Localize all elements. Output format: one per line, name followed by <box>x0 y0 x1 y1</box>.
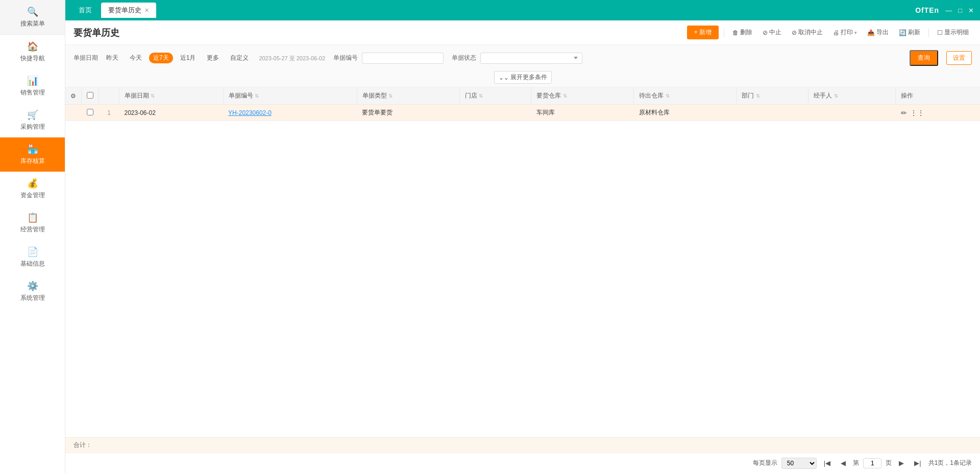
prev-page-button[interactable]: ◀ <box>838 458 849 468</box>
data-table: ⚙ 单据日期 ⇅ 单据编号 ⇅ <box>65 87 980 121</box>
sidebar-item-inventory[interactable]: 🏪 库存核算 <box>0 137 65 172</box>
col-pending-warehouse[interactable]: 待出仓库 ⇅ <box>634 87 737 105</box>
sort-handler-icon: ⇅ <box>834 93 838 99</box>
cell-req-warehouse: 车间库 <box>531 105 634 121</box>
col-num <box>99 87 119 105</box>
footer-total-label: 合计： <box>74 441 92 450</box>
refresh-icon: 🔄 <box>899 29 906 36</box>
sidebar-item-search[interactable]: 🔍 搜索菜单 <box>0 0 65 35</box>
tab-home-label: 首页 <box>79 6 92 15</box>
cancel-stop-button[interactable]: ⊘ 取消中止 <box>789 26 826 39</box>
cell-bill-no[interactable]: YH-20230602-0 <box>223 105 357 121</box>
cell-store <box>459 105 531 121</box>
tab-close-icon[interactable]: ✕ <box>144 7 149 14</box>
sidebar-item-quick-nav[interactable]: 🏠 快捷导航 <box>0 35 65 69</box>
sidebar-item-label: 基础信息 <box>20 259 45 268</box>
sidebar-item-sales[interactable]: 📊 销售管理 <box>0 69 65 103</box>
cell-num: 1 <box>99 105 119 121</box>
edit-icon[interactable]: ✏ <box>901 109 907 117</box>
sidebar-item-finance[interactable]: 💰 资金管理 <box>0 172 65 206</box>
brand-text: OfTEn <box>915 6 939 14</box>
finance-icon: 💰 <box>27 178 38 189</box>
tab-history-label: 要货单历史 <box>108 6 141 15</box>
inventory-icon: 🏪 <box>27 144 38 155</box>
sidebar-item-basic[interactable]: 📄 基础信息 <box>0 240 65 274</box>
table-body: 1 2023-06-02 YH-20230602-0 要货单要货 车间库 原材料… <box>65 105 980 121</box>
date-btn-yesterday[interactable]: 昨天 <box>102 53 122 63</box>
filter-billno-group: 单据编号 <box>333 53 444 64</box>
topbar: 首页 要货单历史 ✕ OfTEn — □ ✕ <box>65 0 980 20</box>
divider-2 <box>928 29 929 37</box>
table-footer: 合计： <box>65 437 980 453</box>
topbar-right: OfTEn — □ ✕ <box>915 6 974 14</box>
page-header: 要货单历史 + 新增 🗑 删除 ⊘ 中止 ⊘ 取消中止 🖨 打 <box>65 20 980 45</box>
col-settings[interactable]: ⚙ <box>65 87 82 105</box>
page-number-input[interactable] <box>863 458 881 468</box>
tab-history[interactable]: 要货单历史 ✕ <box>101 3 156 18</box>
sort-billtype-icon: ⇅ <box>388 93 393 99</box>
col-bill-type[interactable]: 单据类型 ⇅ <box>357 87 459 105</box>
sidebar-item-label: 经营管理 <box>20 225 45 234</box>
settings-button[interactable]: 设置 <box>946 51 972 65</box>
expand-filter-button[interactable]: ⌄⌄ 展开更多条件 <box>494 71 552 84</box>
delete-button[interactable]: 🗑 删除 <box>729 26 755 39</box>
col-date[interactable]: 单据日期 ⇅ <box>119 87 224 105</box>
cell-action: ✏ ⋮⋮ <box>896 105 980 121</box>
date-btn-today[interactable]: 今天 <box>126 53 146 63</box>
export-icon: 📤 <box>867 29 875 36</box>
toolbar: + 新增 🗑 删除 ⊘ 中止 ⊘ 取消中止 🖨 打印 ▾ <box>687 26 972 39</box>
cell-settings <box>65 105 82 121</box>
first-page-button[interactable]: |◀ <box>821 458 834 468</box>
sort-billno-icon: ⇅ <box>255 93 259 99</box>
next-page-button[interactable]: ▶ <box>896 458 907 468</box>
status-select[interactable] <box>480 53 582 64</box>
page-label: 第 <box>853 459 859 467</box>
select-all-checkbox[interactable] <box>87 92 93 99</box>
date-btn-custom[interactable]: 自定义 <box>226 53 253 63</box>
date-btn-1month[interactable]: 近1月 <box>176 53 200 63</box>
cell-handler <box>808 105 896 121</box>
sidebar-item-operations[interactable]: 📋 经营管理 <box>0 206 65 240</box>
cell-bill-type: 要货单要货 <box>357 105 459 121</box>
new-button[interactable]: + 新增 <box>687 26 719 39</box>
delete-icon: 🗑 <box>732 29 739 36</box>
col-req-warehouse[interactable]: 要货仓库 ⇅ <box>531 87 634 105</box>
date-range-display: 2023-05-27 至 2023-06-02 <box>259 55 325 62</box>
close-button[interactable]: ✕ <box>968 7 974 14</box>
last-page-button[interactable]: ▶| <box>911 458 924 468</box>
sidebar-item-purchase[interactable]: 🛒 采购管理 <box>0 103 65 137</box>
col-bill-no[interactable]: 单据编号 ⇅ <box>223 87 357 105</box>
sort-req-wh-icon: ⇅ <box>563 93 567 99</box>
export-button[interactable]: 📤 导出 <box>864 26 892 39</box>
col-store[interactable]: 门店 ⇅ <box>459 87 531 105</box>
checkbox-icon: ☐ <box>937 29 943 36</box>
bill-no-input[interactable] <box>362 53 444 64</box>
refresh-button[interactable]: 🔄 刷新 <box>896 26 923 39</box>
date-btn-more[interactable]: 更多 <box>203 53 223 63</box>
page-title: 要货单历史 <box>74 27 119 39</box>
display-detail-button[interactable]: ☐ 显示明细 <box>934 26 972 39</box>
print-icon: 🖨 <box>833 29 839 36</box>
print-dropdown-icon: ▾ <box>854 30 857 35</box>
expand-label: 展开更多条件 <box>510 73 547 82</box>
tab-home[interactable]: 首页 <box>71 3 99 18</box>
sort-dept-icon: ⇅ <box>756 93 760 99</box>
divider-1 <box>724 29 724 37</box>
total-records-text: 共1页，1条记录 <box>928 459 972 467</box>
stop-button[interactable]: ⊘ 中止 <box>760 26 785 39</box>
sidebar-item-system[interactable]: ⚙️ 系统管理 <box>0 274 65 309</box>
table-container: ⚙ 单据日期 ⇅ 单据编号 ⇅ <box>65 87 980 437</box>
print-button[interactable]: 🖨 打印 ▾ <box>830 26 860 39</box>
cell-checkbox[interactable] <box>82 105 99 121</box>
query-button[interactable]: 查询 <box>910 50 938 66</box>
page-size-select[interactable]: 50 100 200 <box>781 458 817 469</box>
sidebar-item-label: 库存核算 <box>20 157 45 165</box>
minimize-button[interactable]: — <box>945 7 952 14</box>
table-header-row: ⚙ 单据日期 ⇅ 单据编号 ⇅ <box>65 87 980 105</box>
more-icon[interactable]: ⋮⋮ <box>910 109 924 117</box>
system-icon: ⚙️ <box>27 280 38 292</box>
col-department[interactable]: 部门 ⇅ <box>737 87 808 105</box>
date-btn-7days[interactable]: 近7天 <box>149 53 173 63</box>
maximize-button[interactable]: □ <box>958 7 962 14</box>
col-handler[interactable]: 经手人 ⇅ <box>808 87 896 105</box>
